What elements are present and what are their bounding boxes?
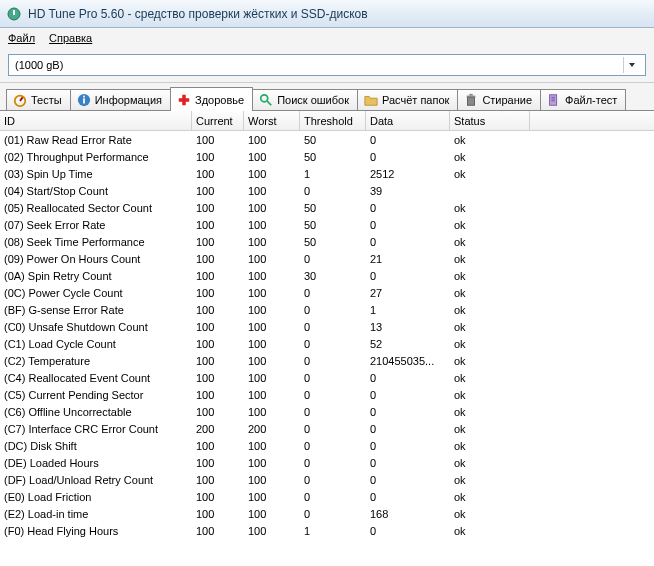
table-row[interactable]: (E2) Load-in time1001000168ok — [0, 505, 654, 522]
menubar: Файл Справка — [0, 28, 654, 48]
cell-worst: 100 — [244, 335, 300, 352]
table-row[interactable]: (C6) Offline Uncorrectable10010000ok — [0, 403, 654, 420]
cell-worst: 100 — [244, 318, 300, 335]
cell-current: 100 — [192, 369, 244, 386]
table-row[interactable]: (DC) Disk Shift10010000ok — [0, 437, 654, 454]
table-row[interactable]: (01) Raw Read Error Rate100100500ok — [0, 131, 654, 148]
cell-status — [450, 182, 530, 199]
cell-worst: 100 — [244, 454, 300, 471]
cell-threshold: 0 — [300, 420, 366, 437]
window-title: HD Tune Pro 5.60 - средство проверки жёс… — [28, 7, 368, 21]
tab-1[interactable]: Информация — [70, 89, 171, 110]
table-row[interactable]: (03) Spin Up Time10010012512ok — [0, 165, 654, 182]
table-row[interactable]: (C4) Reallocated Event Count10010000ok — [0, 369, 654, 386]
cell-data: 168 — [366, 505, 450, 522]
cell-status: ok — [450, 403, 530, 420]
cell-data: 21 — [366, 250, 450, 267]
header-status[interactable]: Status — [450, 111, 530, 130]
cell-status: ok — [450, 148, 530, 165]
header-current[interactable]: Current — [192, 111, 244, 130]
cell-id: (C0) Unsafe Shutdown Count — [0, 318, 192, 335]
tab-6[interactable]: Файл-тест — [540, 89, 626, 110]
cell-current: 100 — [192, 386, 244, 403]
cell-data: 0 — [366, 369, 450, 386]
drive-selector[interactable]: (1000 gB) — [8, 54, 646, 76]
cell-id: (DC) Disk Shift — [0, 437, 192, 454]
table-row[interactable]: (C1) Load Cycle Count100100052ok — [0, 335, 654, 352]
table-row[interactable]: (09) Power On Hours Count100100021ok — [0, 250, 654, 267]
cell-id: (C1) Load Cycle Count — [0, 335, 192, 352]
cell-data: 0 — [366, 199, 450, 216]
cell-id: (BF) G-sense Error Rate — [0, 301, 192, 318]
header-data[interactable]: Data — [366, 111, 450, 130]
info-icon — [77, 93, 91, 107]
table-row[interactable]: (DF) Load/Unload Retry Count10010000ok — [0, 471, 654, 488]
tab-2[interactable]: Здоровье — [170, 87, 253, 111]
cell-id: (01) Raw Read Error Rate — [0, 131, 192, 148]
table-row[interactable]: (E0) Load Friction10010000ok — [0, 488, 654, 505]
cell-threshold: 0 — [300, 386, 366, 403]
tab-4[interactable]: Расчёт папок — [357, 89, 458, 110]
table-body: (01) Raw Read Error Rate100100500ok(02) … — [0, 131, 654, 539]
cell-status: ok — [450, 233, 530, 250]
cell-status: ok — [450, 199, 530, 216]
cell-id: (DE) Loaded Hours — [0, 454, 192, 471]
cell-threshold: 50 — [300, 216, 366, 233]
tab-5[interactable]: Стирание — [457, 89, 541, 110]
table-row[interactable]: (F0) Head Flying Hours10010010ok — [0, 522, 654, 539]
cell-current: 100 — [192, 488, 244, 505]
cell-data: 0 — [366, 386, 450, 403]
cell-worst: 100 — [244, 403, 300, 420]
table-row[interactable]: (C2) Temperature1001000210455035...ok — [0, 352, 654, 369]
tab-0[interactable]: Тесты — [6, 89, 71, 110]
cell-status: ok — [450, 386, 530, 403]
cell-data: 0 — [366, 471, 450, 488]
cell-id: (04) Start/Stop Count — [0, 182, 192, 199]
cell-threshold: 0 — [300, 301, 366, 318]
cell-threshold: 0 — [300, 182, 366, 199]
cell-status: ok — [450, 437, 530, 454]
cell-status: ok — [450, 131, 530, 148]
cell-worst: 100 — [244, 352, 300, 369]
drive-selector-wrap: (1000 gB) — [0, 48, 654, 83]
table-row[interactable]: (C0) Unsafe Shutdown Count100100013ok — [0, 318, 654, 335]
table-row[interactable]: (C7) Interface CRC Error Count20020000ok — [0, 420, 654, 437]
cell-current: 100 — [192, 505, 244, 522]
cell-threshold: 50 — [300, 233, 366, 250]
menu-help[interactable]: Справка — [49, 32, 92, 44]
cell-current: 100 — [192, 454, 244, 471]
table-row[interactable]: (DE) Loaded Hours10010000ok — [0, 454, 654, 471]
cell-threshold: 30 — [300, 267, 366, 284]
cell-id: (05) Reallocated Sector Count — [0, 199, 192, 216]
menu-file[interactable]: Файл — [8, 32, 35, 44]
header-threshold[interactable]: Threshold — [300, 111, 366, 130]
table-row[interactable]: (04) Start/Stop Count100100039 — [0, 182, 654, 199]
table-row[interactable]: (02) Throughput Performance100100500ok — [0, 148, 654, 165]
table-row[interactable]: (08) Seek Time Performance100100500ok — [0, 233, 654, 250]
cell-status: ok — [450, 284, 530, 301]
cell-data: 2512 — [366, 165, 450, 182]
cell-data: 39 — [366, 182, 450, 199]
svg-rect-4 — [83, 98, 85, 103]
table-row[interactable]: (BF) G-sense Error Rate10010001ok — [0, 301, 654, 318]
tab-label: Стирание — [482, 94, 532, 106]
cell-threshold: 0 — [300, 488, 366, 505]
cell-data: 52 — [366, 335, 450, 352]
table-row[interactable]: (0C) Power Cycle Count100100027ok — [0, 284, 654, 301]
table-row[interactable]: (05) Reallocated Sector Count100100500ok — [0, 199, 654, 216]
cell-worst: 100 — [244, 182, 300, 199]
table-header: ID Current Worst Threshold Data Status — [0, 111, 654, 131]
table-row[interactable]: (0A) Spin Retry Count100100300ok — [0, 267, 654, 284]
table-row[interactable]: (07) Seek Error Rate100100500ok — [0, 216, 654, 233]
cell-current: 100 — [192, 233, 244, 250]
header-id[interactable]: ID — [0, 111, 192, 130]
header-worst[interactable]: Worst — [244, 111, 300, 130]
cell-id: (C7) Interface CRC Error Count — [0, 420, 192, 437]
tab-label: Тесты — [31, 94, 62, 106]
cell-id: (F0) Head Flying Hours — [0, 522, 192, 539]
tab-3[interactable]: Поиск ошибок — [252, 89, 358, 110]
table-row[interactable]: (C5) Current Pending Sector10010000ok — [0, 386, 654, 403]
cell-threshold: 50 — [300, 131, 366, 148]
drive-selector-value: (1000 gB) — [15, 59, 63, 71]
cell-current: 100 — [192, 471, 244, 488]
